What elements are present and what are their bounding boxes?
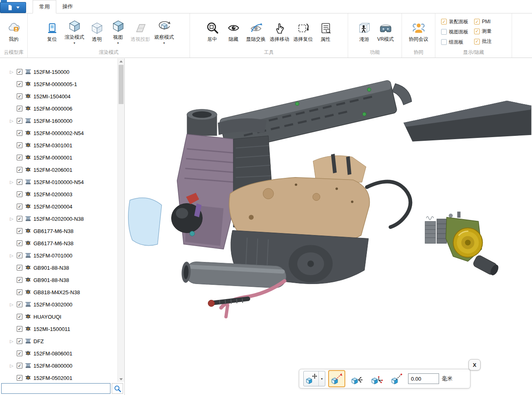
ribbon-button-roam[interactable]: 漫游 — [354, 20, 375, 44]
ribbon-button-properties[interactable]: 属性 — [316, 20, 336, 44]
checkbox-icon[interactable]: ✓ — [17, 179, 22, 185]
checkbox-icon[interactable]: ✓ — [17, 81, 22, 87]
part-carburetor[interactable] — [425, 212, 500, 277]
checkbox-icon[interactable]: ✓ — [17, 375, 22, 381]
checkbox-icon[interactable]: ✓ — [17, 204, 22, 209]
checkbox-icon[interactable]: ✓ — [17, 314, 22, 320]
tree-search-input[interactable] — [1, 383, 110, 394]
tree-item[interactable]: ✓152FM-0206001 — [0, 164, 117, 176]
checkbox-icon[interactable]: ✓ — [17, 289, 22, 295]
expander-icon[interactable]: ▷ — [8, 118, 15, 124]
distance-input[interactable] — [408, 373, 439, 384]
tree-item[interactable]: ✓152FM-0301001 — [0, 139, 117, 151]
part-hook-pipe[interactable] — [367, 182, 411, 227]
toggle-annotation[interactable]: ✓批注 — [474, 38, 492, 45]
tree-item[interactable]: ▷✓152FM-0800000 — [0, 359, 117, 372]
checkbox-icon[interactable]: ✓ — [17, 228, 22, 234]
tree-item[interactable]: ✓152FM-0000006 — [0, 102, 117, 115]
toggle-assembly-panel[interactable]: ✓装配面板 — [441, 18, 468, 25]
checkbox-icon[interactable]: ✓ — [17, 216, 22, 222]
checkbox-icon[interactable]: ✓ — [17, 69, 22, 75]
viewport[interactable]: ▼ 毫米 X — [125, 58, 532, 395]
tree-item[interactable]: ✓152FM-0806001 — [0, 347, 117, 359]
tree-item[interactable]: ✓GB901-88-N38 — [0, 274, 117, 286]
ribbon-button-view[interactable]: 视图▼ — [108, 18, 128, 45]
ribbon-button-select-move[interactable]: 选择移动 — [268, 20, 291, 44]
checkbox-icon[interactable]: ✓ — [17, 191, 22, 197]
tree-item[interactable]: ✓152FM-0000005-1 — [0, 78, 117, 90]
tree-item[interactable]: ▷✓152FM-150000 — [0, 66, 117, 78]
toggle-view-panel[interactable]: 视图面板 — [441, 29, 468, 36]
toggle-pmi[interactable]: ✓PMI — [474, 19, 492, 24]
ribbon-button-center[interactable]: 居中 — [202, 20, 223, 44]
tree-item[interactable]: ▷✓152FM-1600000 — [0, 115, 117, 127]
transform-button-axis-move[interactable] — [348, 370, 365, 387]
tree-scrollbar[interactable] — [117, 58, 124, 382]
tree-item[interactable]: ▷✓152FM-0302000 — [0, 298, 117, 311]
ribbon-button-my-models[interactable]: 我的 — [4, 20, 24, 44]
tree-item[interactable]: ▷✓152FM-0202000-N38 — [0, 213, 117, 225]
ribbon-button-reset[interactable]: 复位 — [42, 20, 62, 44]
checkbox-icon[interactable]: ✓ — [17, 253, 22, 258]
expander-icon[interactable]: ▷ — [8, 253, 15, 258]
checkbox-icon[interactable]: ✓ — [17, 265, 22, 271]
tree-item[interactable]: ✓152FM-0000002-N54 — [0, 127, 117, 139]
tree-item[interactable]: ✓HUAYOUQI — [0, 311, 117, 323]
part-wind-shield[interactable] — [128, 198, 162, 246]
tree-search-button[interactable] — [112, 383, 123, 394]
checkbox-icon[interactable]: ✓ — [17, 155, 22, 160]
tree-item[interactable]: ✓152MI-1500011 — [0, 323, 117, 335]
ribbon-button-toggle-visibility[interactable]: 显隐交换 — [245, 20, 267, 44]
ribbon-button-observe-mode[interactable]: 观察模式▼ — [153, 18, 176, 45]
scroll-down-icon[interactable] — [118, 376, 124, 382]
ribbon-button-vr-mode[interactable]: VR模式 — [375, 20, 396, 44]
ribbon-button-select-reset[interactable]: 选择复位 — [292, 20, 315, 44]
checkbox-icon[interactable]: ✓ — [17, 93, 22, 99]
tab-operate[interactable]: 操作 — [56, 0, 79, 13]
tree-item[interactable]: ✓GB901-88-N38 — [0, 262, 117, 274]
transform-toolbar-close-button[interactable]: X — [468, 359, 481, 371]
expander-icon[interactable]: ▷ — [8, 363, 15, 368]
scrollbar-thumb[interactable] — [119, 65, 124, 104]
toggle-group-panel[interactable]: 组面板 — [441, 39, 468, 46]
transform-button-frame-move[interactable] — [368, 370, 385, 387]
part-cover-plate[interactable] — [404, 101, 532, 142]
tree-item[interactable]: ✓GB6177-M6-N38 — [0, 225, 117, 237]
checkbox-icon[interactable]: ✓ — [17, 130, 22, 136]
tab-common[interactable]: 常用 — [33, 0, 56, 13]
checkbox-icon[interactable]: ✓ — [17, 106, 22, 111]
checkbox-icon[interactable]: ✓ — [17, 338, 22, 344]
scroll-up-icon[interactable] — [118, 58, 124, 64]
transform-button-free-move[interactable] — [328, 370, 345, 387]
checkbox-icon[interactable]: ✓ — [17, 240, 22, 246]
tree-item[interactable]: ✓152FM-0502001 — [0, 372, 117, 382]
expander-icon[interactable]: ▷ — [8, 180, 15, 185]
expander-icon[interactable]: ▷ — [8, 216, 15, 222]
ribbon-button-transparent[interactable]: 透明 — [87, 20, 107, 44]
tree-item[interactable]: ✓GB818-M4X25-N38 — [0, 286, 117, 298]
ribbon-button-render-mode[interactable]: 渲染模式▼ — [63, 18, 86, 45]
checkbox-icon[interactable]: ✓ — [17, 118, 22, 124]
file-menu-button[interactable] — [0, 2, 26, 13]
toggle-measure[interactable]: ✓测量 — [474, 28, 492, 35]
ribbon-button-hide[interactable]: 隐藏 — [223, 20, 244, 44]
tree-item[interactable]: ✓152FM-0200004 — [0, 200, 117, 213]
tree-item[interactable]: ▷✓152FM-0100000-N54 — [0, 176, 117, 188]
tree-item[interactable]: ✓GB6177-M6-N38 — [0, 237, 117, 249]
tree-item[interactable]: ✓152FM-0200003 — [0, 188, 117, 200]
tree-item[interactable]: ▷✓152FM-0701000 — [0, 249, 117, 262]
tree-item[interactable]: ✓152MI-1504004 — [0, 90, 117, 102]
checkbox-icon[interactable]: ✓ — [17, 167, 22, 173]
checkbox-icon[interactable]: ✓ — [17, 351, 22, 356]
checkbox-icon[interactable]: ✓ — [17, 277, 22, 283]
ribbon-button-meeting[interactable]: 协同会议 — [407, 20, 430, 44]
transform-mode-dropdown[interactable]: ▼ — [303, 371, 325, 386]
checkbox-icon[interactable]: ✓ — [17, 326, 22, 332]
transform-button-plane-move[interactable] — [388, 370, 405, 387]
tree-item[interactable]: ✓152FM-0000001 — [0, 151, 117, 164]
engine-3d-model[interactable] — [125, 58, 532, 395]
expander-icon[interactable]: ▷ — [8, 69, 15, 75]
expander-icon[interactable]: ▷ — [8, 302, 15, 307]
checkbox-icon[interactable]: ✓ — [17, 142, 22, 148]
checkbox-icon[interactable]: ✓ — [17, 363, 22, 368]
